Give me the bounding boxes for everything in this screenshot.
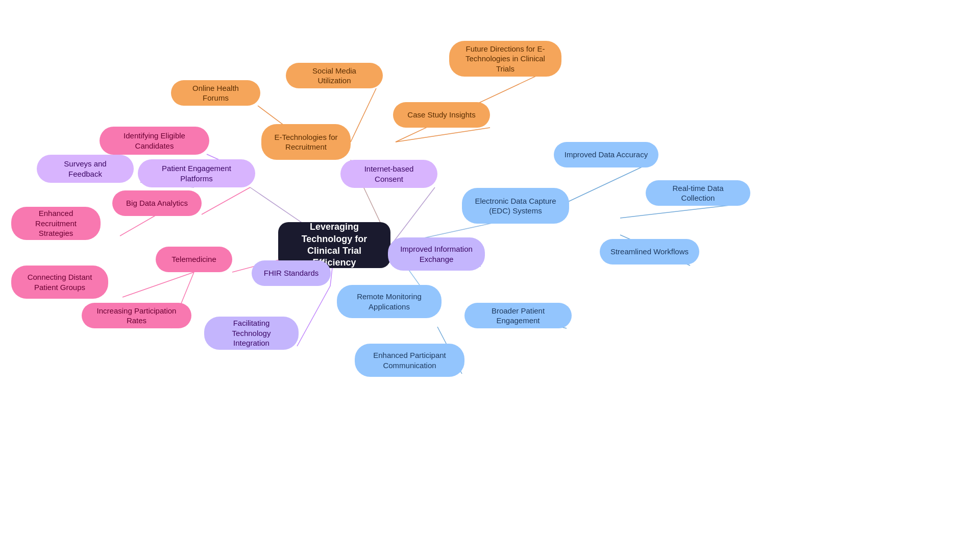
social-media-node: Social Media Utilization <box>286 63 383 88</box>
streamlined-node: Streamlined Workflows <box>600 239 699 265</box>
increasing-node: Increasing Participation Rates <box>82 303 191 328</box>
enhanced-recruitment-node: Enhanced Recruitment Strategies <box>11 207 101 240</box>
remote-monitoring-node: Remote Monitoring Applications <box>337 285 442 318</box>
future-directions-node: Future Directions for E-Technologies in … <box>449 41 561 77</box>
edc-node: Electronic Data Capture (EDC) Systems <box>462 188 569 224</box>
internet-consent-node: Internet-based Consent <box>340 160 437 188</box>
patient-engagement-node: Patient Engagement Platforms <box>138 159 255 187</box>
etech-node: E-Technologies for Recruitment <box>261 124 351 160</box>
svg-line-11 <box>396 128 490 142</box>
enhanced-participant-node: Enhanced Participant Communication <box>355 344 464 377</box>
online-forums-node: Online Health Forums <box>171 80 260 106</box>
fhir-node: FHIR Standards <box>252 260 331 286</box>
broader-engagement-node: Broader Patient Engagement <box>464 303 572 328</box>
surveys-node: Surveys and Feedback <box>37 155 134 183</box>
facilitating-node: Facilitating Technology Integration <box>204 317 299 350</box>
improved-info-node: Improved Information Exchange <box>388 237 485 271</box>
big-data-node: Big Data Analytics <box>112 190 202 216</box>
svg-line-15 <box>120 214 157 236</box>
identifying-node: Identifying Eligible Candidates <box>100 127 209 155</box>
svg-line-19 <box>568 166 644 202</box>
svg-line-14 <box>202 187 250 214</box>
svg-line-4 <box>391 187 435 245</box>
svg-line-8 <box>351 88 376 142</box>
svg-line-18 <box>297 286 330 346</box>
case-study-node: Case Study Insights <box>393 102 490 128</box>
connecting-node: Connecting Distant Patient Groups <box>11 266 108 299</box>
telemedicine-node: Telemedicine <box>156 247 232 272</box>
improved-data-node: Improved Data Accuracy <box>554 142 658 167</box>
svg-line-20 <box>620 204 739 218</box>
svg-line-16 <box>122 272 194 297</box>
realtime-node: Real-time Data Collection <box>646 180 750 206</box>
